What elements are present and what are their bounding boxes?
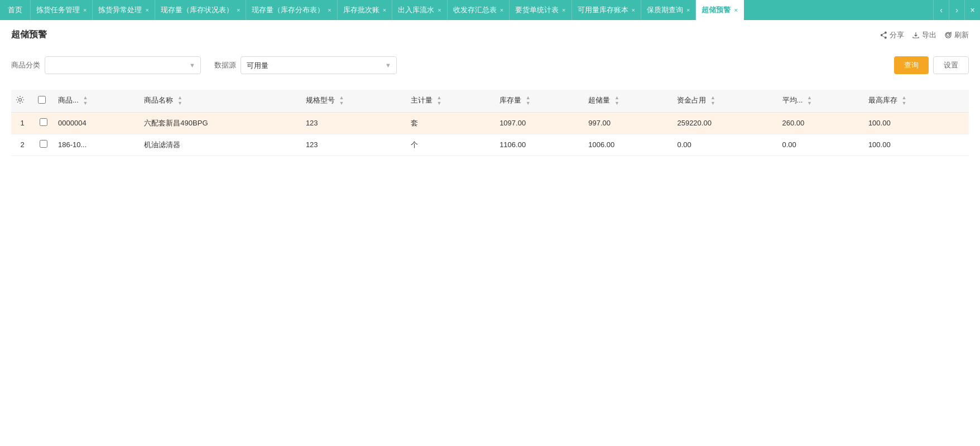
close-tab-7[interactable]: ×	[562, 7, 565, 13]
header-actions: 分享 导出 刷新	[880, 30, 969, 40]
col-overstock-header[interactable]: 超储量 ▲▼	[584, 90, 672, 112]
table-body: 1 0000004 六配套新昌490BPG 123 套 1097.00 997.…	[11, 112, 969, 156]
datasource-filter: 数据源 可用量 ▼	[214, 56, 397, 74]
col-checkbox-header[interactable]	[33, 90, 54, 112]
col-avg-header[interactable]: 平均... ▲▼	[778, 90, 864, 112]
row-max-stock-1: 100.00	[864, 134, 969, 156]
close-tab-10[interactable]: ×	[734, 7, 737, 13]
datasource-label: 数据源	[214, 60, 236, 70]
share-icon	[880, 31, 887, 39]
sort-icon-overstock: ▲▼	[614, 95, 619, 106]
filter-actions: 查询 设置	[894, 56, 969, 74]
close-tab-2[interactable]: ×	[237, 7, 240, 13]
row-unit-0: 套	[406, 112, 495, 134]
sort-icon-stock: ▲▼	[526, 95, 531, 106]
close-tab-8[interactable]: ×	[632, 7, 635, 13]
sort-icon-avg: ▲▼	[807, 95, 812, 106]
table-row: 2 186-10... 机油滤清器 123 个 1106.00 1006.00 …	[11, 134, 969, 156]
row-number-0: 1	[11, 112, 33, 134]
nav-tab-3[interactable]: 现存量（库存分布表） ×	[246, 0, 337, 20]
nav-tab-7[interactable]: 要货单统计表 ×	[510, 0, 571, 20]
filter-row: 商品分类 ▼ 数据源 可用量 ▼ 查询 设置	[11, 50, 969, 81]
row-product-code-0: 0000004	[54, 112, 140, 134]
nav-arrow-left[interactable]: ‹	[933, 0, 949, 20]
col-product-name-header[interactable]: 商品名称 ▲▼	[140, 90, 301, 112]
row-number-1: 2	[11, 134, 33, 156]
row-product-code-1: 186-10...	[54, 134, 140, 156]
sort-icon-unit: ▲▼	[437, 95, 442, 106]
export-icon	[912, 31, 920, 39]
row-stock-0: 1097.00	[495, 112, 584, 134]
row-avg-1: 0.00	[778, 134, 864, 156]
datasource-select-wrapper: 可用量 ▼	[241, 56, 397, 74]
nav-home[interactable]: 首页	[0, 0, 31, 20]
close-tab-0[interactable]: ×	[83, 7, 87, 13]
share-button[interactable]: 分享	[880, 30, 904, 40]
query-button[interactable]: 查询	[894, 56, 929, 74]
col-settings	[11, 90, 33, 112]
row-product-name-0: 六配套新昌490BPG	[140, 112, 301, 134]
top-navigation: 首页 拣货任务管理 × 拣货异常处理 × 现存量（库存状况表） × 现存量（库存…	[0, 0, 980, 20]
gear-icon[interactable]	[16, 95, 25, 104]
row-spec-1: 123	[301, 134, 406, 156]
close-tab-1[interactable]: ×	[145, 7, 148, 13]
row-overstock-0: 997.00	[584, 112, 672, 134]
sort-icon-max-stock: ▲▼	[902, 95, 907, 106]
page-header: 超储预警 分享 导出 刷新	[11, 29, 969, 41]
settings-button[interactable]: 设置	[933, 56, 969, 74]
nav-tab-6[interactable]: 收发存汇总表 ×	[448, 0, 510, 20]
category-filter: 商品分类 ▼	[11, 56, 201, 74]
close-tab-9[interactable]: ×	[686, 7, 690, 13]
export-button[interactable]: 导出	[912, 30, 936, 40]
page-title: 超储预警	[11, 29, 47, 41]
refresh-icon	[944, 31, 952, 39]
sort-icon-spec: ▲▼	[339, 95, 344, 106]
nav-tab-1[interactable]: 拣货异常处理 ×	[93, 0, 155, 20]
row-capital-1: 0.00	[672, 134, 777, 156]
sort-icon-product-name: ▲▼	[177, 95, 182, 106]
nav-arrows: ‹ › ×	[933, 0, 980, 20]
row-avg-0: 260.00	[778, 112, 864, 134]
nav-tab-4[interactable]: 库存批次账 ×	[338, 0, 392, 20]
nav-tab-2[interactable]: 现存量（库存状况表） ×	[155, 0, 246, 20]
nav-tab-9[interactable]: 保质期查询 ×	[641, 0, 696, 20]
nav-tab-8[interactable]: 可用量库存账本 ×	[572, 0, 641, 20]
sort-icon-capital: ▲▼	[710, 95, 715, 106]
table-row: 1 0000004 六配套新昌490BPG 123 套 1097.00 997.…	[11, 112, 969, 134]
nav-tab-5[interactable]: 出入库流水 ×	[392, 0, 447, 20]
data-table: 商品... ▲▼ 商品名称 ▲▼ 规格型号 ▲▼ 主计量 ▲▼ 库存量 ▲▼	[11, 90, 969, 156]
col-unit-header[interactable]: 主计量 ▲▼	[406, 90, 495, 112]
nav-arrow-right[interactable]: ›	[949, 0, 964, 20]
col-max-stock-header[interactable]: 最高库存 ▲▼	[864, 90, 969, 112]
row-stock-1: 1106.00	[495, 134, 584, 156]
category-select-wrapper: ▼	[45, 56, 201, 74]
refresh-button[interactable]: 刷新	[944, 30, 969, 40]
col-stock-header[interactable]: 库存量 ▲▼	[495, 90, 584, 112]
svg-point-0	[19, 99, 22, 101]
col-capital-header[interactable]: 资金占用 ▲▼	[672, 90, 777, 112]
row-spec-0: 123	[301, 112, 406, 134]
table-header-row: 商品... ▲▼ 商品名称 ▲▼ 规格型号 ▲▼ 主计量 ▲▼ 库存量 ▲▼	[11, 90, 969, 112]
row-overstock-1: 1006.00	[584, 134, 672, 156]
datasource-select[interactable]: 可用量	[241, 56, 397, 74]
sort-icon-product-code: ▲▼	[83, 95, 88, 106]
close-tab-4[interactable]: ×	[383, 7, 386, 13]
close-tab-6[interactable]: ×	[500, 7, 503, 13]
row-unit-1: 个	[406, 134, 495, 156]
select-all-checkbox[interactable]	[38, 96, 46, 104]
close-tab-5[interactable]: ×	[438, 7, 441, 13]
row-product-name-1: 机油滤清器	[140, 134, 301, 156]
row-checkbox-1[interactable]	[33, 134, 54, 156]
category-select[interactable]	[45, 56, 201, 74]
nav-tab-0[interactable]: 拣货任务管理 ×	[31, 0, 93, 20]
row-max-stock-0: 100.00	[864, 112, 969, 134]
category-label: 商品分类	[11, 60, 40, 70]
row-checkbox-0[interactable]	[33, 112, 54, 134]
nav-arrow-close[interactable]: ×	[964, 0, 980, 20]
page-content: 超储预警 分享 导出 刷新 商品	[0, 20, 980, 446]
col-spec-header[interactable]: 规格型号 ▲▼	[301, 90, 406, 112]
nav-tab-10[interactable]: 超储预警 ×	[696, 0, 743, 20]
col-product-code-header[interactable]: 商品... ▲▼	[54, 90, 140, 112]
row-capital-0: 259220.00	[672, 112, 777, 134]
close-tab-3[interactable]: ×	[328, 7, 331, 13]
